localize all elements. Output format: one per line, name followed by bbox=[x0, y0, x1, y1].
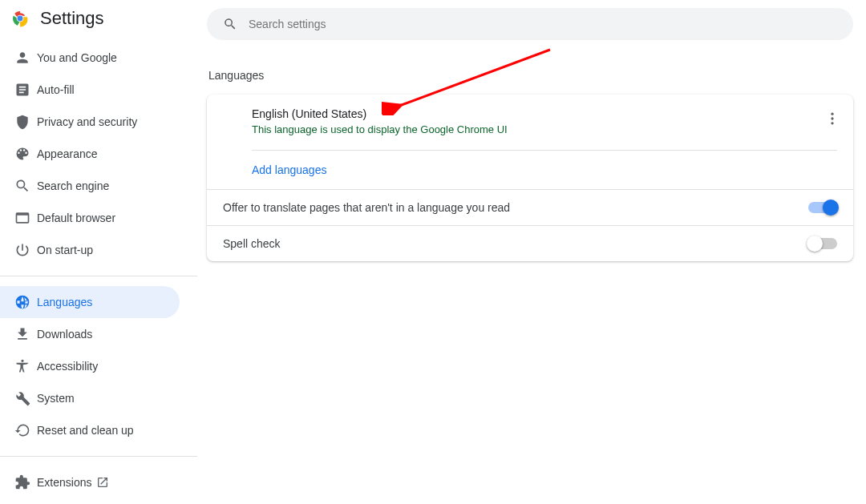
main-content: Languages English (United States) This l… bbox=[197, 0, 866, 504]
sidebar-item-appearance[interactable]: Appearance bbox=[0, 138, 180, 170]
power-icon bbox=[14, 242, 37, 258]
sidebar-item-label: Downloads bbox=[37, 328, 92, 341]
sidebar-item-label: Reset and clean up bbox=[37, 424, 134, 437]
spell-check-toggle[interactable] bbox=[808, 238, 837, 249]
page-title: Settings bbox=[40, 8, 104, 29]
sidebar-header: Settings bbox=[0, 8, 197, 35]
sidebar-item-label: Extensions bbox=[37, 476, 91, 489]
sidebar-item-reset[interactable]: Reset and clean up bbox=[0, 414, 180, 446]
sidebar-item-label: Search engine bbox=[37, 179, 109, 192]
browser-icon bbox=[14, 210, 37, 226]
language-subtitle: This language is used to display the Goo… bbox=[252, 123, 837, 135]
language-name: English (United States) bbox=[252, 107, 837, 120]
sidebar-item-you-and-google[interactable]: You and Google bbox=[0, 42, 180, 74]
svg-point-2 bbox=[18, 16, 23, 22]
section-title: Languages bbox=[208, 69, 853, 82]
sidebar-item-label: System bbox=[37, 392, 75, 405]
sidebar-item-label: Appearance bbox=[37, 147, 98, 160]
svg-point-6 bbox=[831, 117, 833, 119]
sidebar-item-on-start-up[interactable]: On start-up bbox=[0, 234, 180, 266]
sidebar-item-default-browser[interactable]: Default browser bbox=[0, 202, 180, 234]
globe-icon bbox=[14, 294, 37, 310]
search-icon bbox=[14, 178, 37, 194]
sidebar-item-downloads[interactable]: Downloads bbox=[0, 318, 180, 350]
divider bbox=[0, 456, 197, 457]
shield-icon bbox=[14, 114, 37, 130]
add-languages-button[interactable]: Add languages bbox=[207, 151, 853, 189]
sidebar-item-extensions[interactable]: Extensions bbox=[0, 466, 180, 498]
sidebar-item-label: You and Google bbox=[37, 51, 117, 64]
sidebar-item-languages[interactable]: Languages bbox=[0, 286, 180, 318]
sidebar-item-label: Default browser bbox=[37, 212, 115, 224]
sidebar-item-privacy[interactable]: Privacy and security bbox=[0, 106, 180, 138]
sidebar-item-auto-fill[interactable]: Auto-fill bbox=[0, 74, 180, 106]
palette-icon bbox=[14, 146, 37, 162]
sidebar-item-label: Languages bbox=[37, 296, 92, 308]
download-icon bbox=[14, 326, 37, 342]
search-icon bbox=[223, 17, 237, 31]
sidebar-item-label: On start-up bbox=[37, 244, 93, 256]
translate-offer-label: Offer to translate pages that aren't in … bbox=[223, 201, 510, 214]
extension-icon bbox=[14, 474, 37, 490]
person-icon bbox=[14, 50, 37, 66]
sidebar-item-accessibility[interactable]: Accessibility bbox=[0, 350, 180, 382]
search-input[interactable] bbox=[249, 18, 837, 30]
sidebar-item-label: Privacy and security bbox=[37, 115, 137, 128]
sidebar-item-label: Auto-fill bbox=[37, 83, 75, 96]
accessibility-icon bbox=[14, 358, 37, 374]
autofill-icon bbox=[14, 82, 37, 98]
translate-offer-toggle[interactable] bbox=[808, 202, 837, 213]
more-vert-icon[interactable] bbox=[824, 111, 840, 127]
svg-point-7 bbox=[831, 122, 833, 124]
sidebar-nav: You and Google Auto-fill Privacy and sec… bbox=[0, 35, 197, 504]
spell-check-row: Spell check bbox=[207, 226, 853, 261]
sidebar: Settings You and Google Auto-fill Privac… bbox=[0, 0, 197, 504]
wrench-icon bbox=[14, 390, 37, 406]
spell-check-label: Spell check bbox=[223, 237, 281, 250]
search-bar[interactable] bbox=[207, 8, 853, 40]
external-link-icon bbox=[96, 476, 109, 489]
sidebar-item-system[interactable]: System bbox=[0, 382, 180, 414]
svg-point-5 bbox=[831, 113, 833, 115]
sidebar-item-about-chrome[interactable]: About Chrome bbox=[0, 498, 180, 504]
restore-icon bbox=[14, 422, 37, 438]
chrome-icon bbox=[11, 10, 29, 27]
sidebar-item-search-engine[interactable]: Search engine bbox=[0, 170, 180, 202]
translate-offer-row: Offer to translate pages that aren't in … bbox=[207, 190, 853, 225]
languages-card: English (United States) This language is… bbox=[207, 95, 853, 261]
divider bbox=[0, 276, 197, 276]
language-row: English (United States) This language is… bbox=[207, 95, 853, 135]
sidebar-item-label: Accessibility bbox=[37, 360, 98, 373]
